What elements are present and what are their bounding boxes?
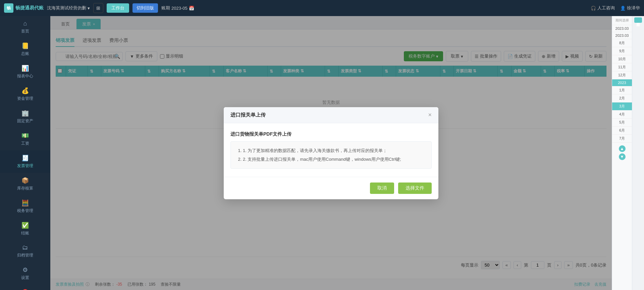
period-month-14[interactable]: 7月 [612, 135, 632, 143]
sidebar-label-home: 首页 [21, 28, 29, 34]
sidebar-item-archive[interactable]: 🗂 归档管理 [0, 240, 50, 262]
sidebar-label-settings: 设置 [21, 275, 29, 281]
sidebar-label-reports: 报表中心 [17, 73, 33, 79]
capital-icon: 💰 [21, 87, 29, 94]
sidebar-item-inventory[interactable]: 📦 库存核算 [0, 173, 50, 195]
logo: 畅 畅捷通易代账 [4, 3, 44, 13]
modal-info-list: 1. 为了更加精准的数据匹配，请先录入海关缴款书，再上传对应的报关单； 2. 支… [237, 146, 425, 164]
period-month-9[interactable]: 2月 [612, 94, 632, 102]
scroll-up-btn[interactable]: ▲ [619, 145, 626, 152]
archive-icon: 🗂 [22, 244, 28, 251]
dropdown-icon: ▾ [88, 6, 90, 11]
sidebar-label-capital: 资金管理 [17, 96, 33, 101]
period-month-11[interactable]: 4月 [612, 111, 632, 119]
sidebar-item-ledger[interactable]: 📒 总账 [0, 38, 50, 61]
sidebar-label-settle: 结账 [21, 230, 29, 236]
workbench-button[interactable]: 工作台 [107, 3, 129, 13]
modal-body: 进口货物报关单PDF文件上传 1. 为了更加精准的数据匹配，请先录入海关缴款书，… [224, 123, 438, 177]
support-button[interactable]: 🎧 人工咨询 [591, 5, 615, 11]
company-name: 沈海英测试经营勿删 [47, 5, 86, 11]
sidebar-item-tax[interactable]: 🧮 税务管理 [0, 195, 50, 218]
sidebar-item-settings[interactable]: ⚙ 设置 [0, 262, 50, 285]
logo-icon: 畅 [4, 3, 13, 13]
settle-icon: ✅ [21, 222, 29, 229]
invoice-icon: 🧾 [21, 154, 29, 162]
sidebar-item-guide[interactable]: 🎯 新手引导 [0, 285, 50, 290]
period-month-2[interactable]: 8月 [612, 39, 632, 47]
salary-icon: 💵 [21, 132, 29, 139]
sidebar-label-archive: 归档管理 [17, 252, 33, 258]
sidebar-item-home[interactable]: ⌂ 首页 [0, 16, 50, 38]
sidebar-item-salary[interactable]: 💵 工资 [0, 128, 50, 150]
topbar: 畅 畅捷通易代账 沈海英测试经营勿删 ▾ ⊞ 工作台 切到旧版 账期 2023-… [0, 0, 644, 16]
main-layout: ⌂ 首页 📒 总账 📊 报表中心 💰 资金管理 🏢 固定资产 💵 工资 🧾 发票… [0, 16, 644, 290]
period-value: 2023-05 [171, 6, 187, 11]
tax-icon: 🧮 [21, 199, 29, 207]
modal-confirm-button[interactable]: 选择文件 [398, 183, 432, 194]
period-month-5[interactable]: 11月 [612, 63, 632, 71]
right-panel: 开票日期 [632, 16, 644, 290]
period-month-10[interactable]: 3月 [612, 102, 632, 111]
panel-controls: ▲ ▼ [612, 144, 632, 161]
period-month-13[interactable]: 6月 [612, 127, 632, 135]
import-modal: 进口报关单上传 × 进口货物报关单PDF文件上传 1. 为了更加精准的数据匹配，… [224, 107, 438, 199]
sidebar: ⌂ 首页 📒 总账 📊 报表中心 💰 资金管理 🏢 固定资产 💵 工资 🧾 发票… [0, 16, 50, 290]
sidebar-label-assets: 固定资产 [17, 118, 33, 124]
period-month-4[interactable]: 10月 [612, 55, 632, 63]
modal-info-item-2: 2. 支持批量上传进口报关单，mac用户使用Command键，windows用户… [243, 155, 425, 164]
content-area: 首页 发票 × 销项发票 进项发票 费用小票 [50, 16, 612, 290]
calendar-icon[interactable]: 📅 [189, 6, 194, 11]
sidebar-label-salary: 工资 [21, 141, 29, 146]
modal-header: 进口报关单上传 × [224, 107, 438, 123]
modal-overlay: 进口报关单上传 × 进口货物报关单PDF文件上传 1. 为了更加精准的数据匹配，… [50, 16, 612, 290]
company-selector[interactable]: 沈海英测试经营勿删 ▾ [47, 5, 90, 11]
sidebar-item-capital[interactable]: 💰 资金管理 [0, 83, 50, 105]
ledger-icon: 📒 [21, 42, 29, 50]
modal-footer: 取消 选择文件 [224, 177, 438, 199]
period-info: 账期 2023-05 📅 [161, 5, 194, 11]
period-month-0[interactable]: 2023.03 [612, 25, 632, 32]
sidebar-label-ledger: 总账 [21, 51, 29, 57]
modal-title: 进口报关单上传 [230, 112, 266, 118]
inventory-icon: 📦 [21, 177, 29, 184]
open-date-panel-button[interactable]: 开票日期 [634, 17, 642, 23]
modal-cancel-button[interactable]: 取消 [370, 183, 394, 194]
modal-close-button[interactable]: × [428, 112, 432, 118]
user-icon: 👤 [620, 6, 626, 11]
sidebar-item-reports[interactable]: 📊 报表中心 [0, 61, 50, 83]
settings-icon: ⚙ [22, 266, 28, 274]
period-month-12[interactable]: 5月 [612, 119, 632, 127]
sidebar-label-tax: 税务管理 [17, 208, 33, 214]
sidebar-item-settle[interactable]: ✅ 结账 [0, 218, 50, 240]
scroll-down-btn[interactable]: ▼ [619, 153, 626, 160]
reports-icon: 📊 [21, 65, 29, 72]
sidebar-label-invoice: 发票管理 [17, 163, 33, 169]
period-selector-panel: 期间选择 2023.03 2023.03 8月 9月 10月 11月 12月 2… [612, 16, 632, 290]
switch-version-button[interactable]: 切到旧版 [132, 3, 158, 13]
sidebar-item-assets[interactable]: 🏢 固定资产 [0, 105, 50, 128]
company-icon-btn[interactable]: ⊞ [93, 3, 103, 13]
logo-text: 畅捷通易代账 [15, 5, 44, 11]
modal-info-item-1: 1. 为了更加精准的数据匹配，请先录入海关缴款书，再上传对应的报关单； [243, 146, 425, 155]
assets-icon: 🏢 [21, 110, 29, 117]
period-month-7[interactable]: 2023 [612, 79, 632, 86]
user-menu[interactable]: 👤 徐泽华 [620, 5, 640, 11]
period-selector-header: 期间选择 [612, 16, 632, 25]
user-name: 徐泽华 [627, 5, 640, 11]
right-panel-container: 期间选择 2023.03 2023.03 8月 9月 10月 11月 12月 2… [612, 16, 644, 290]
topbar-right: 🎧 人工咨询 👤 徐泽华 [591, 5, 640, 11]
sidebar-item-invoice[interactable]: 🧾 发票管理 [0, 150, 50, 173]
period-month-3[interactable]: 9月 [612, 47, 632, 55]
period-month-6[interactable]: 12月 [612, 71, 632, 79]
period-month-8[interactable]: 1月 [612, 86, 632, 94]
period-label: 账期 [161, 5, 170, 11]
sidebar-label-inventory: 库存核算 [17, 186, 33, 191]
period-month-1[interactable]: 2023.03 [612, 32, 632, 39]
guide-icon: 🎯 [21, 289, 29, 290]
home-icon: ⌂ [23, 20, 27, 27]
headset-icon: 🎧 [591, 6, 596, 11]
modal-info-box: 1. 为了更加精准的数据匹配，请先录入海关缴款书，再上传对应的报关单； 2. 支… [230, 141, 432, 169]
modal-section-title: 进口货物报关单PDF文件上传 [230, 131, 432, 137]
